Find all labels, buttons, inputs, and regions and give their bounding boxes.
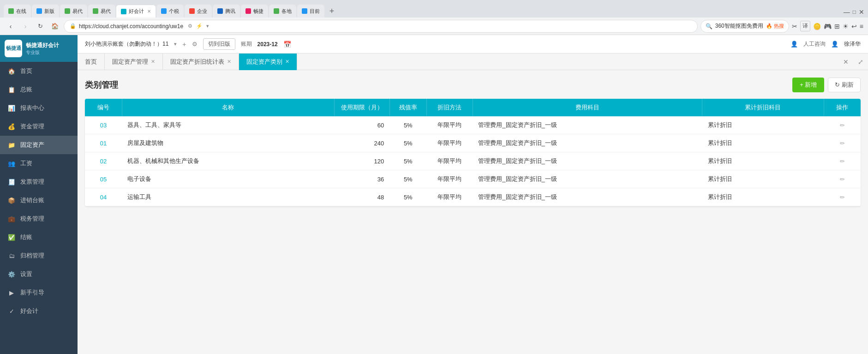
undo-icon[interactable]: ↩ bbox=[851, 23, 857, 30]
tab-add-button[interactable]: + bbox=[325, 5, 338, 18]
window-minimize[interactable]: — bbox=[844, 8, 850, 16]
cell-method: 年限平均 bbox=[426, 188, 473, 206]
main-wrapper: 刘小艳演示账套（勿删勿动！）11 ▾ + ⚙ 切到旧版 账期 2023-12 📅… bbox=[78, 35, 868, 354]
sidebar-sales-label: 进销台账 bbox=[20, 196, 44, 204]
table-row: 01 房屋及建筑物 240 5% 年限平均 管理费用_固定资产折旧_一级 累计折… bbox=[85, 134, 861, 152]
logo-icon: 畅捷通 bbox=[5, 40, 22, 57]
refresh-button[interactable]: ↻ 刷新 bbox=[828, 78, 861, 92]
browser-tab-tengxun[interactable]: 腾讯 bbox=[213, 5, 240, 18]
dropdown-icon[interactable]: ▾ bbox=[206, 23, 209, 29]
browser-tab-gedi[interactable]: 各地 bbox=[269, 5, 296, 18]
tab-close-icon[interactable]: ✕ bbox=[838, 58, 853, 66]
browser-tab-yidai1[interactable]: 易代 bbox=[60, 5, 87, 18]
sidebar-item-settings[interactable]: ⚙️ 设置 bbox=[0, 265, 78, 283]
browser-tab-changjie[interactable]: 畅捷 bbox=[241, 5, 268, 18]
cell-action[interactable]: ✏ bbox=[824, 188, 861, 206]
cut-icon[interactable]: ✂ bbox=[792, 23, 797, 30]
cell-action[interactable]: ✏ bbox=[824, 134, 861, 152]
sidebar-item-kuaiji[interactable]: ✓ 好会计 bbox=[0, 302, 78, 320]
cell-method: 年限平均 bbox=[426, 170, 473, 188]
switch-version-btn[interactable]: 切到旧版 bbox=[203, 38, 235, 50]
browser-tab-new[interactable]: 新版 bbox=[32, 5, 59, 18]
table-row: 05 电子设备 36 5% 年限平均 管理费用_固定资产折旧_一级 累计折旧 ✏ bbox=[85, 170, 861, 188]
sidebar-item-ledger[interactable]: 📋 总账 bbox=[0, 80, 78, 99]
nav-home[interactable]: 🏠 bbox=[49, 20, 61, 32]
browser-tab-yidai2[interactable]: 易代 bbox=[88, 5, 115, 18]
cell-method: 年限平均 bbox=[426, 134, 473, 152]
cell-action[interactable]: ✏ bbox=[824, 152, 861, 170]
nav-forward[interactable]: › bbox=[19, 20, 31, 32]
cell-code: 04 bbox=[85, 188, 122, 206]
tab-fixed-assets-mgmt-close[interactable]: ✕ bbox=[151, 59, 155, 65]
cell-period: 36 bbox=[334, 170, 389, 188]
game-icon[interactable]: 🎮 bbox=[824, 23, 832, 30]
cell-accum: 累计折旧 bbox=[702, 134, 824, 152]
add-button[interactable]: + 新增 bbox=[792, 78, 824, 92]
browser-tab-haokuaiji[interactable]: 好会计 ✕ bbox=[116, 5, 156, 18]
grid-icon[interactable]: ⊞ bbox=[834, 23, 840, 30]
cell-action[interactable]: ✏ bbox=[824, 116, 861, 134]
search-text: 360智能抠图免费用 bbox=[715, 22, 763, 30]
ssl-icon: 🔒 bbox=[70, 23, 76, 29]
calendar-icon[interactable]: 📅 bbox=[283, 41, 291, 48]
sidebar-guide-label: 新手引导 bbox=[20, 288, 44, 297]
sidebar-item-home[interactable]: 🏠 首页 bbox=[0, 62, 78, 80]
sidebar-item-reports[interactable]: 📊 报表中心 bbox=[0, 99, 78, 117]
cell-code: 01 bbox=[85, 134, 122, 152]
sidebar-item-payroll[interactable]: 👥 工资 bbox=[0, 154, 78, 173]
dropdown-arrow[interactable]: ▾ bbox=[174, 41, 177, 47]
coin-icon[interactable]: 🪙 bbox=[813, 23, 821, 30]
user-company: 刘小艳演示账套（勿删勿动！）11 bbox=[85, 40, 168, 48]
cell-code: 03 bbox=[85, 116, 122, 134]
cell-name: 电子设备 bbox=[122, 170, 334, 188]
tab-new-label: 新版 bbox=[44, 8, 54, 15]
sidebar-item-archive[interactable]: 🗂 归档管理 bbox=[0, 246, 78, 265]
reports-icon: 📊 bbox=[7, 105, 16, 112]
sidebar-item-tax[interactable]: 💼 税务管理 bbox=[0, 210, 78, 228]
hot-label: 🔥 热搜 bbox=[766, 23, 784, 30]
sidebar-item-close[interactable]: ✅ 结账 bbox=[0, 228, 78, 246]
menu-icon[interactable]: ≡ bbox=[860, 23, 863, 30]
sidebar-item-guide[interactable]: ▶ 新手引导 bbox=[0, 283, 78, 302]
cell-action[interactable]: ✏ bbox=[824, 170, 861, 188]
boost-icon[interactable]: ⚡ bbox=[196, 23, 203, 29]
tab-expand-icon[interactable]: ⤢ bbox=[853, 58, 868, 66]
settings-gear-icon[interactable]: ⚙ bbox=[192, 41, 198, 48]
sidebar-item-funds[interactable]: 💰 资金管理 bbox=[0, 117, 78, 136]
browser-tab-online[interactable]: 在线 bbox=[4, 5, 31, 18]
tab-haokuaiji-label: 好会计 bbox=[129, 8, 144, 15]
sidebar-tax-label: 税务管理 bbox=[20, 215, 44, 223]
browser-tab-qiye[interactable]: 企业 bbox=[185, 5, 212, 18]
add-account-btn[interactable]: + bbox=[182, 41, 186, 48]
sidebar: 畅捷通 畅捷通好会计 专业版 🏠 首页 📋 总账 📊 报表中心 💰 资 bbox=[0, 35, 78, 354]
browser-tab-muqian[interactable]: 目前 bbox=[297, 5, 324, 18]
cell-expense: 管理费用_固定资产折旧_一级 bbox=[473, 170, 702, 188]
translate-icon[interactable]: 译 bbox=[800, 21, 810, 31]
window-maximize[interactable]: □ bbox=[853, 9, 856, 15]
tab-asset-category-close[interactable]: ✕ bbox=[285, 59, 289, 65]
browser-tab-geshui[interactable]: 个税 bbox=[156, 5, 184, 18]
brightness-icon[interactable]: ☀ bbox=[843, 23, 849, 30]
url-bar[interactable]: 🔒 https://cloud.chanjet.com/accounting/u… bbox=[64, 20, 698, 33]
app-header: 刘小艳演示账套（勿删勿动！）11 ▾ + ⚙ 切到旧版 账期 2023-12 📅… bbox=[78, 35, 868, 54]
nav-back[interactable]: ‹ bbox=[5, 20, 17, 32]
sidebar-item-sales[interactable]: 📦 进销台账 bbox=[0, 191, 78, 210]
nav-reload[interactable]: ↻ bbox=[34, 20, 46, 32]
tab-home[interactable]: 首页 bbox=[78, 54, 105, 70]
tab-depreciation-table[interactable]: 固定资产折旧统计表 ✕ bbox=[163, 54, 239, 70]
window-close[interactable]: ✕ bbox=[859, 8, 864, 16]
table-row: 03 器具、工具、家具等 60 5% 年限平均 管理费用_固定资产折旧_一级 累… bbox=[85, 116, 861, 134]
cell-accum: 累计折旧 bbox=[702, 116, 824, 134]
home-icon: 🏠 bbox=[7, 68, 16, 75]
tab-fixed-assets-mgmt[interactable]: 固定资产管理 ✕ bbox=[105, 54, 163, 70]
tab-depreciation-table-close[interactable]: ✕ bbox=[227, 59, 231, 65]
search-box[interactable]: 🔍 360智能抠图免费用 🔥 热搜 bbox=[700, 20, 789, 33]
tab-haokuaiji-close[interactable]: ✕ bbox=[147, 9, 151, 14]
service-icon: 👤 bbox=[790, 41, 798, 48]
site-info-icon[interactable]: ⚙ bbox=[188, 23, 192, 29]
sidebar-item-invoice[interactable]: 🧾 发票管理 bbox=[0, 173, 78, 191]
sidebar-item-fixed-assets[interactable]: 📁 固定资产 bbox=[0, 136, 78, 154]
service-label[interactable]: 人工咨询 bbox=[803, 40, 826, 48]
tab-asset-category[interactable]: 固定资产类别 ✕ bbox=[239, 54, 297, 70]
table-row: 02 机器、机械和其他生产设备 120 5% 年限平均 管理费用_固定资产折旧_… bbox=[85, 152, 861, 170]
